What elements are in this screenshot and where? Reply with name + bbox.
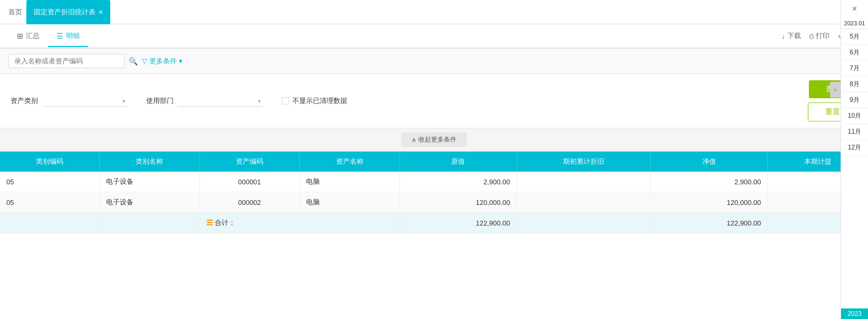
summary-label: 汇总 xyxy=(26,31,40,41)
col-original-value: 原值 xyxy=(399,152,517,172)
hide-cleared-label: 不显示已清理数据 xyxy=(292,96,347,106)
home-link[interactable]: 首页 xyxy=(8,7,22,17)
dept-group: 使用部门 ▾ xyxy=(146,95,261,107)
table-container: 类别编码 类别名称 资产编码 资产名称 原值 期初累计折旧 净值 本期计提 05… xyxy=(0,152,868,319)
table-header-row: 类别编码 类别名称 资产编码 资产名称 原值 期初累计折旧 净值 本期计提 xyxy=(0,152,868,172)
content-area: ⊞ 汇总 ☰ 明细 ↓ 下载 ⎙ 打印 ↺ 刷新 xyxy=(0,24,868,319)
sidebar-month-item[interactable]: 7月 xyxy=(841,61,868,77)
asset-type-label: 资产类别 xyxy=(11,96,38,106)
print-label: 打印 xyxy=(816,31,829,41)
cell-asset-code: 000002 xyxy=(199,192,300,213)
total-net-value: 122,900.00 xyxy=(651,213,768,233)
tab-summary[interactable]: ⊞ 汇总 xyxy=(8,26,48,47)
cell-asset-name: 电脑 xyxy=(300,172,400,192)
cell-original-value: 120,000.00 xyxy=(399,192,517,213)
sidebar-month-item[interactable]: 11月 xyxy=(841,124,868,140)
sidebar-year-label: 2023 xyxy=(841,308,868,319)
summary-icon: ⊞ xyxy=(17,32,23,40)
total-empty-2 xyxy=(99,213,199,233)
download-icon: ↓ xyxy=(782,32,786,40)
dept-label: 使用部门 xyxy=(146,96,174,106)
filter-panel: 资产类别 ▾ 使用部门 ▾ 不显示已清理数据 查询 重置 xyxy=(0,74,868,128)
print-button[interactable]: ⎙ 打印 xyxy=(809,31,829,41)
tab-label: 固定资产折旧统计表 xyxy=(34,7,96,17)
asset-type-group: 资产类别 ▾ xyxy=(11,95,125,107)
download-label: 下载 xyxy=(787,31,801,41)
search-icon[interactable]: 🔍 xyxy=(129,57,138,65)
cell-net-value: 2,900.00 xyxy=(651,172,768,192)
total-empty-1 xyxy=(0,213,99,233)
tab-detail[interactable]: ☰ 明细 xyxy=(48,26,88,47)
cell-category-name: 电子设备 xyxy=(99,172,199,192)
dept-arrow-icon: ▾ xyxy=(258,98,261,104)
dept-select[interactable] xyxy=(178,95,262,107)
detail-icon: ☰ xyxy=(56,32,63,40)
col-accumulated-depreciation: 期初累计折旧 xyxy=(517,152,651,172)
cell-accumulated-depreciation xyxy=(517,192,651,213)
total-accumulated-depreciation xyxy=(517,213,651,233)
sidebar-date-display: 2023.01 xyxy=(841,18,868,29)
filter-funnel-icon: ▽ xyxy=(142,57,147,65)
total-row: ☰ 合计： 122,900.00 122,900.00 xyxy=(0,213,868,233)
col-category-name: 类别名称 xyxy=(99,152,199,172)
cell-original-value: 2,900.00 xyxy=(399,172,517,192)
hide-cleared-checkbox[interactable] xyxy=(282,97,289,105)
collapse-bar: ∧ 收起更多条件 xyxy=(0,128,868,152)
col-asset-name: 资产名称 xyxy=(300,152,400,172)
sidebar-months: 5月6月7月8月9月10月11月12月 xyxy=(841,29,868,308)
total-icon: ☰ xyxy=(206,219,213,227)
sidebar-toggle-arrow[interactable]: › xyxy=(830,82,841,98)
topbar: 首页 固定资产折旧统计表 × xyxy=(0,0,868,24)
collapse-icon: ∧ xyxy=(412,136,416,144)
collapse-label: 收起更多条件 xyxy=(418,135,456,144)
print-icon: ⎙ xyxy=(809,32,814,40)
sidebar-month-item[interactable]: 5月 xyxy=(841,29,868,45)
arrow-icon: › xyxy=(834,86,836,93)
download-button[interactable]: ↓ 下载 xyxy=(782,31,802,41)
asset-type-select[interactable] xyxy=(42,95,127,107)
table-row: 05 电子设备 000001 电脑 2,900.00 2,900.00 xyxy=(0,172,868,192)
hide-cleared-group: 不显示已清理数据 xyxy=(282,96,347,106)
cell-net-value: 120,000.00 xyxy=(651,192,768,213)
sidebar-month-item[interactable]: 9月 xyxy=(841,92,868,108)
col-asset-code: 资产编码 xyxy=(199,152,300,172)
search-input[interactable] xyxy=(8,54,125,68)
col-net-value: 净值 xyxy=(651,152,768,172)
collapse-button[interactable]: ∧ 收起更多条件 xyxy=(401,133,467,147)
asset-type-arrow-icon: ▾ xyxy=(122,98,125,104)
active-tab[interactable]: 固定资产折旧统计表 × xyxy=(26,0,110,24)
data-table: 类别编码 类别名称 资产编码 资产名称 原值 期初累计折旧 净值 本期计提 05… xyxy=(0,152,868,233)
sidebar-month-item[interactable]: 8月 xyxy=(841,77,868,92)
table-row: 05 电子设备 000002 电脑 120,000.00 120,000.00 xyxy=(0,192,868,213)
sidebar-month-item[interactable]: 6月 xyxy=(841,45,868,61)
filter-chevron-icon: ▾ xyxy=(179,57,183,65)
total-original-value: 122,900.00 xyxy=(399,213,517,233)
sidebar: × 2023.01 5月6月7月8月9月10月11月12月 2023 xyxy=(841,0,868,319)
filter-row: 资产类别 ▾ 使用部门 ▾ 不显示已清理数据 查询 重置 xyxy=(11,80,857,121)
filter-label: 更多条件 xyxy=(149,57,177,66)
sidebar-month-item[interactable]: 10月 xyxy=(841,108,868,124)
sidebar-month-item[interactable]: 12月 xyxy=(841,140,868,156)
col-category-code: 类别编码 xyxy=(0,152,99,172)
subtabs-bar: ⊞ 汇总 ☰ 明细 ↓ 下载 ⎙ 打印 ↺ 刷新 xyxy=(0,24,868,49)
total-label-cell: ☰ 合计： xyxy=(199,213,399,233)
cell-category-code: 05 xyxy=(0,192,99,213)
cell-asset-name: 电脑 xyxy=(300,192,400,213)
detail-label: 明细 xyxy=(66,31,80,41)
searchbar: 🔍 ▽ 更多条件 ▾ xyxy=(0,49,868,74)
cell-accumulated-depreciation xyxy=(517,172,651,192)
cell-category-name: 电子设备 xyxy=(99,192,199,213)
sidebar-close-button[interactable]: × xyxy=(841,0,868,18)
tab-close-icon[interactable]: × xyxy=(99,8,103,16)
cell-category-code: 05 xyxy=(0,172,99,192)
cell-asset-code: 000001 xyxy=(199,172,300,192)
filter-button[interactable]: ▽ 更多条件 ▾ xyxy=(142,57,183,66)
